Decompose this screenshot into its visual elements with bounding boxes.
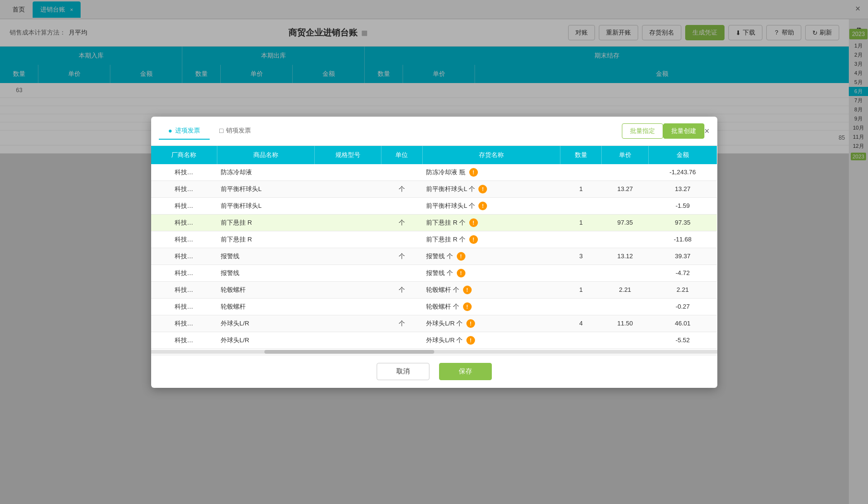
table-row: 科技…前平衡杆球头L前平衡杆球头L 个 !-1.59 <box>151 197 717 214</box>
batch-assign-btn[interactable]: 批量指定 <box>622 123 663 139</box>
modal-table: 厂商名称 商品名称 规格型号 单位 存货名称 数量 单价 金额 科技…防冻冷却液… <box>151 146 717 349</box>
tab-incoming-invoice[interactable]: ● 进项发票 <box>159 122 210 140</box>
warn-icon: ! <box>463 286 472 294</box>
table-row: 科技…前下悬挂 R前下悬挂 R 个 !-11.68 <box>151 231 717 248</box>
warn-icon: ! <box>469 218 478 227</box>
modal-dialog: ● 进项发票 □ 销项发票 批量指定 批量创建 × 厂商名称 商品名称 规格型号 <box>151 117 717 388</box>
modal-close-btn[interactable]: × <box>704 127 710 135</box>
warn-icon: ! <box>457 269 465 277</box>
table-row: 科技…外球头L/R个外球头L/R 个 !411.5046.01 <box>151 315 717 332</box>
modal-footer: 取消 保存 <box>151 355 717 388</box>
table-row: 科技…轮毂螺杆个轮毂螺杆 个 !12.212.21 <box>151 281 717 298</box>
table-row: 科技…报警线个报警线 个 !313.1239.37 <box>151 248 717 264</box>
th-product: 商品名称 <box>217 146 314 164</box>
tab-outgoing-invoice[interactable]: □ 销项发票 <box>210 122 261 140</box>
warn-icon: ! <box>478 185 487 193</box>
horizontal-scrollbar[interactable] <box>151 350 717 354</box>
modal-backdrop: ● 进项发票 □ 销项发票 批量指定 批量创建 × 厂商名称 商品名称 规格型号 <box>0 0 868 504</box>
th-amount: 金额 <box>648 146 717 164</box>
modal-header: ● 进项发票 □ 销项发票 批量指定 批量创建 × <box>151 117 717 146</box>
th-spec: 规格型号 <box>314 146 381 164</box>
warn-icon: ! <box>466 319 475 328</box>
warn-icon: ! <box>469 235 478 244</box>
table-row: 科技…轮毂螺杆轮毂螺杆 个 !-0.27 <box>151 298 717 315</box>
warn-icon: ! <box>457 252 465 261</box>
save-btn[interactable]: 保存 <box>439 363 492 380</box>
batch-create-btn[interactable]: 批量创建 <box>663 123 704 139</box>
incoming-tab-icon: ● <box>168 127 172 134</box>
th-supplier: 厂商名称 <box>151 146 217 164</box>
th-inventory: 存货名称 <box>422 146 560 164</box>
warn-icon: ! <box>478 202 487 210</box>
table-row: 科技…前平衡杆球头L个前平衡杆球头L 个 !113.2713.27 <box>151 180 717 197</box>
th-qty: 数量 <box>560 146 602 164</box>
warn-icon: ! <box>469 168 478 177</box>
table-row: 科技…报警线报警线 个 !-4.72 <box>151 264 717 281</box>
scrollbar-thumb[interactable] <box>264 350 434 354</box>
table-row: 科技…防冻冷却液防冻冷却液 瓶 !-1,243.76 <box>151 164 717 181</box>
table-row: 科技…前下悬挂 R个前下悬挂 R 个 !197.3597.35 <box>151 214 717 231</box>
cancel-btn[interactable]: 取消 <box>377 363 429 380</box>
th-price: 单价 <box>602 146 649 164</box>
warn-icon: ! <box>463 302 472 311</box>
warn-icon: ! <box>466 336 475 345</box>
table-row: 科技…外球头L/R外球头L/R 个 !-5.52 <box>151 332 717 348</box>
outgoing-tab-icon: □ <box>219 127 223 134</box>
th-unit: 单位 <box>381 146 422 164</box>
